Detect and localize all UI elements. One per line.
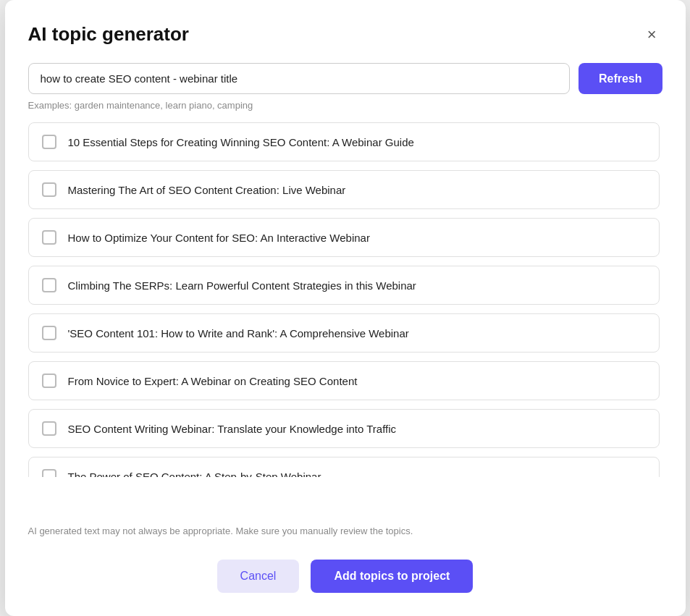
disclaimer-text: AI generated text may not always be appr… <box>28 526 662 536</box>
refresh-button[interactable]: Refresh <box>578 63 662 94</box>
examples-text: Examples: garden maintenance, learn pian… <box>28 100 662 111</box>
topic-label: The Power of SEO Content: A Step-by-Step… <box>68 471 321 478</box>
topic-checkbox[interactable] <box>42 421 56 436</box>
topic-label: From Novice to Expert: A Webinar on Crea… <box>68 375 358 387</box>
topic-label: SEO Content Writing Webinar: Translate y… <box>68 423 397 435</box>
list-item[interactable]: 'SEO Content 101: How to Write and Rank'… <box>28 313 660 353</box>
topic-checkbox[interactable] <box>42 230 56 245</box>
topic-checkbox[interactable] <box>42 469 56 477</box>
search-row: Refresh <box>28 63 662 94</box>
list-item[interactable]: Climbing The SERPs: Learn Powerful Conte… <box>28 266 660 305</box>
list-item[interactable]: SEO Content Writing Webinar: Translate y… <box>28 409 660 448</box>
topic-checkbox[interactable] <box>42 374 56 388</box>
topic-checkbox[interactable] <box>42 182 56 197</box>
topic-label: Mastering The Art of SEO Content Creatio… <box>68 184 346 196</box>
add-topics-button[interactable]: Add topics to project <box>311 560 473 593</box>
topic-label: How to Optimize Your Content for SEO: An… <box>68 232 370 244</box>
cancel-button[interactable]: Cancel <box>217 560 300 593</box>
list-item[interactable]: The Power of SEO Content: A Step-by-Step… <box>28 457 660 477</box>
topic-checkbox[interactable] <box>42 278 56 292</box>
dialog-title: AI topic generator <box>28 23 189 46</box>
dialog-header: AI topic generator × <box>28 23 662 46</box>
list-item[interactable]: Mastering The Art of SEO Content Creatio… <box>28 170 660 209</box>
topic-label: Climbing The SERPs: Learn Powerful Conte… <box>68 279 416 292</box>
close-button[interactable]: × <box>641 24 662 46</box>
list-item[interactable]: 10 Essential Steps for Creating Winning … <box>28 122 660 161</box>
topic-checkbox[interactable] <box>42 326 56 340</box>
list-item[interactable]: From Novice to Expert: A Webinar on Crea… <box>28 361 660 400</box>
topic-checkbox[interactable] <box>42 135 56 149</box>
list-item[interactable]: How to Optimize Your Content for SEO: An… <box>28 218 660 257</box>
topic-label: 10 Essential Steps for Creating Winning … <box>68 136 414 148</box>
topic-label: 'SEO Content 101: How to Write and Rank'… <box>68 327 409 339</box>
topics-list: 10 Essential Steps for Creating Winning … <box>28 122 662 477</box>
topics-list-wrapper: 10 Essential Steps for Creating Winning … <box>28 122 662 514</box>
dialog-footer: Cancel Add topics to project <box>28 560 662 593</box>
dialog: AI topic generator × Refresh Examples: g… <box>5 0 686 616</box>
search-input[interactable] <box>28 63 570 94</box>
